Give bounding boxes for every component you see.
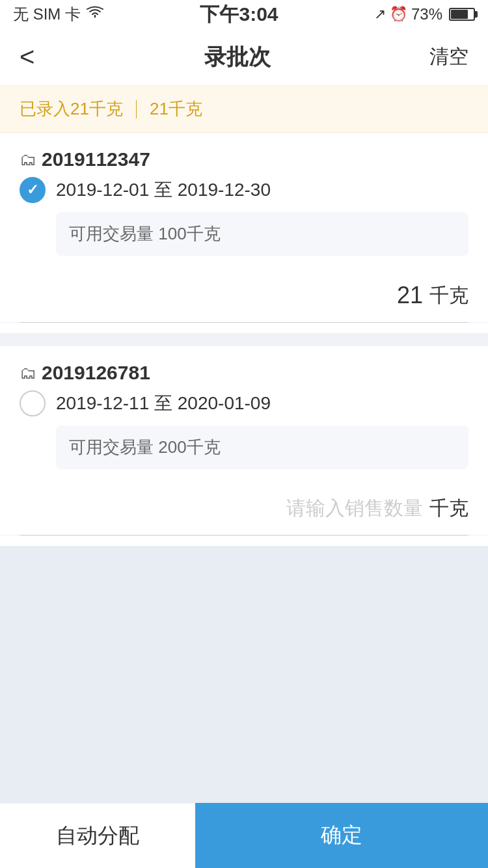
page-title: 录批次 — [204, 42, 271, 72]
placeholder-unit-2: 千克 — [429, 495, 468, 522]
radio-unselected-2[interactable] — [20, 390, 46, 416]
back-button[interactable]: < — [20, 42, 59, 72]
batch-id-row-2: 🗂 2019126781 — [20, 362, 468, 384]
location-icon: ↗ — [374, 6, 386, 23]
alarm-icon: ⏰ — [390, 6, 407, 23]
spacer-1 — [0, 323, 488, 333]
confirm-button[interactable]: 确定 — [195, 803, 488, 868]
nav-bar: < 录批次 清空 — [0, 29, 488, 86]
clear-button[interactable]: 清空 — [416, 44, 468, 70]
status-right: ↗ ⏰ 73% — [374, 5, 475, 23]
batch-date-1: 2019-12-01 至 2019-12-30 — [56, 178, 271, 202]
carrier-text: 无 SIM 卡 — [13, 4, 81, 25]
battery-icon — [449, 8, 475, 21]
amount-input-1[interactable] — [345, 282, 423, 309]
wifi-icon — [86, 5, 104, 23]
spacer-2 — [0, 536, 488, 546]
banner-divider — [136, 100, 137, 118]
batch-item-1: 🗂 2019112347 2019-12-01 至 2019-12-30 可用交… — [0, 133, 488, 269]
batch-id-2: 2019126781 — [42, 362, 150, 384]
batch-quantity-1: 可用交易量 100千克 — [56, 212, 468, 256]
batch-id-1: 2019112347 — [42, 148, 150, 170]
status-time: 下午3:04 — [200, 1, 278, 28]
amount-placeholder-2: 请输入销售数量 — [286, 495, 423, 522]
batch-id-row-1: 🗂 2019112347 — [20, 148, 468, 170]
batch-date-row-1[interactable]: 2019-12-01 至 2019-12-30 — [20, 177, 468, 203]
section-separator — [0, 333, 488, 346]
batch-doc-icon-2: 🗂 — [20, 363, 36, 383]
batch-item-2: 🗂 2019126781 2019-12-11 至 2020-01-09 可用交… — [0, 346, 488, 482]
batch-date-2: 2019-12-11 至 2020-01-09 — [56, 391, 271, 416]
amount-row-1: 千克 — [0, 269, 488, 322]
status-bar: 无 SIM 卡 下午3:04 ↗ ⏰ 73% — [0, 0, 488, 29]
recorded-label: 已录入21千克 — [20, 98, 123, 120]
bottom-bar: 自动分配 确定 — [0, 803, 488, 868]
info-banner: 已录入21千克 21千克 — [0, 86, 488, 133]
placeholder-row-2: 请输入销售数量 千克 — [0, 482, 488, 535]
batch-doc-icon-1: 🗂 — [20, 150, 36, 170]
battery-text: 73% — [411, 5, 442, 23]
amount-unit-1: 千克 — [429, 282, 468, 309]
empty-area — [0, 546, 488, 826]
recorded-value: 21千克 — [150, 98, 202, 120]
status-left: 无 SIM 卡 — [13, 4, 104, 25]
batch-quantity-2: 可用交易量 200千克 — [56, 426, 468, 469]
radio-selected-1[interactable] — [20, 177, 46, 203]
auto-distribute-button[interactable]: 自动分配 — [0, 803, 195, 868]
batch-date-row-2[interactable]: 2019-12-11 至 2020-01-09 — [20, 390, 468, 416]
